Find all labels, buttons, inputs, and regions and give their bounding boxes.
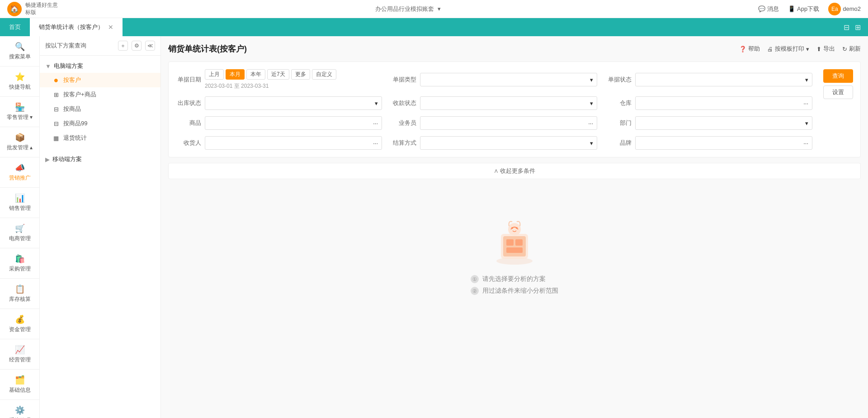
out-status-select[interactable]: ▾ [205,96,382,110]
date-range-display: 2023-03-01 至 2023-03-31 [205,82,269,90]
scheme-item-by-goods[interactable]: ⊟ 按商品 [40,102,160,116]
customer-icon: ● [52,76,60,84]
filter-item-order-status: 单据状态 ▾ [606,73,812,86]
empty-state: ① 请先选择要分析的方案 ② 用过滤条件来缩小分析范围 [168,186,861,322]
date-btn-this-year[interactable]: 本年 [246,69,265,80]
svg-rect-5 [506,247,523,253]
svg-point-6 [508,223,521,236]
right-content: 销货单统计表(按客户) ❓ 帮助 🖨 按模板打印 ▾ ⬆ 导出 [161,36,868,418]
filter-card: 单据日期 上月 本月 本年 近7天 更多 自定义 [168,62,861,157]
settlement-select[interactable]: ▾ [420,136,597,150]
scheme-settings-icon[interactable]: ⚙ [132,41,142,51]
sidebar-item-search[interactable]: 🔍 搜索菜单 [0,36,39,66]
system-icon: ⚙️ [2,405,38,415]
app-download-button[interactable]: 📱 App下载 [788,5,819,13]
maximize-icon[interactable]: ⊞ [855,23,861,32]
sidebar-item-ecommerce[interactable]: 🛒 电商管理 [0,218,39,248]
scheme-item-goods99[interactable]: ⊟ 按商品99 [40,116,160,131]
filter-item-receipt-status: 收款状态 ▾ [391,96,597,110]
date-quick-buttons: 上月 本月 本年 近7天 更多 自定义 [205,69,336,80]
refresh-icon: ↻ [842,46,847,52]
date-btn-custom[interactable]: 自定义 [312,69,336,80]
print-button[interactable]: 🖨 按模板打印 ▾ [767,45,809,53]
sidebar-item-inventory[interactable]: 📋 库存核算 [0,279,39,309]
date-btn-more[interactable]: 更多 [291,69,310,80]
department-select[interactable]: ▾ [635,116,812,130]
sidebar-item-marketing[interactable]: 📣 营销推广 [0,157,39,188]
settings-button[interactable]: 设置 [823,86,853,99]
scheme-add-icon[interactable]: ＋ [118,41,128,51]
date-btn-last-month[interactable]: 上月 [205,69,224,80]
empty-hint-2: ② 用过滤条件来缩小分析范围 [471,287,558,295]
sidebar-item-retail[interactable]: 🏪 零售管理 ▾ [0,97,39,127]
receipt-status-select[interactable]: ▾ [420,96,597,110]
arrow-down-icon: ▼ [45,63,51,70]
sidebar-item-basic-info[interactable]: 🗂️ 基础信息 [0,370,39,400]
filter-item-department: 部门 ▾ [606,116,812,130]
empty-hint-1: ① 请先选择要分析的方案 [471,275,558,283]
sidebar-item-sales[interactable]: 📊 销售管理 [0,188,39,218]
sidebar-item-purchase[interactable]: 🛍️ 采购管理 [0,248,39,279]
page-header: 销货单统计表(按客户) ❓ 帮助 🖨 按模板打印 ▾ ⬆ 导出 [168,43,861,54]
sidebar-item-system[interactable]: ⚙️ 系统管理 [0,400,39,418]
avatar: Ea [828,3,841,15]
svg-point-8 [516,227,518,229]
scheme-header: 按以下方案查询 ＋ ⚙ ≪ [40,36,160,56]
tab-sales-stats[interactable]: 销货单统计表（按客户） ✕ [30,18,123,36]
scheme-item-customer-goods[interactable]: ⊞ 按客户+商品 [40,87,160,102]
user-profile-button[interactable]: Ea demo2 [828,3,861,15]
salesperson-select[interactable]: ··· [420,116,597,130]
receiver-select[interactable]: ··· [205,136,382,150]
export-button[interactable]: ⬆ 导出 [816,45,835,53]
tab-close-icon[interactable]: ✕ [108,24,113,31]
date-btn-this-month[interactable]: 本月 [226,69,245,80]
scheme-collapse-icon[interactable]: ≪ [145,41,155,51]
help-icon: ❓ [739,46,746,52]
filter-item-date: 单据日期 上月 本月 本年 近7天 更多 自定义 [176,69,382,90]
chevron-down-icon-4: ▾ [590,100,593,107]
sidebar-item-quick-nav[interactable]: ⭐ 快捷导航 [0,66,39,97]
minimize-icon[interactable]: ⊟ [844,23,849,32]
brand-dots-icon: ··· [803,140,808,147]
scheme-item-returns[interactable]: ▦ 退货统计 [40,131,160,145]
filter-item-warehouse: 仓库 ··· [606,96,812,110]
scheme-group-pc-title[interactable]: ▼ 电脑端方案 [40,59,160,73]
message-button[interactable]: 💬 消息 [758,5,779,13]
scheme-item-by-customer[interactable]: ● 按客户 [40,73,160,87]
download-icon: 📱 [788,5,795,12]
dept-down-icon: ▾ [805,120,808,127]
order-type-select[interactable]: ▾ [420,73,597,86]
query-button[interactable]: 查询 [823,69,853,83]
page-title: 销货单统计表(按客户) [168,43,247,54]
tab-home[interactable]: 首页 [0,18,30,36]
scheme-group-pc: ▼ 电脑端方案 ● 按客户 ⊞ 按客户+商品 ⊟ 按商品 ⊟ 按商品99 [40,56,160,149]
sidebar-item-finance[interactable]: 💰 资金管理 [0,309,39,339]
header-right: 💬 消息 📱 App下载 Ea demo2 [758,3,861,15]
order-status-select[interactable]: ▾ [635,73,812,86]
sidebar: 🔍 搜索菜单 ⭐ 快捷导航 🏪 零售管理 ▾ 📦 批发管理 ▴ 📣 营销推广 📊… [0,36,40,418]
purchase-icon: 🛍️ [2,254,38,264]
chevron-down-icon: ▾ [590,76,593,83]
dots-icon: ··· [803,100,808,107]
receiver-dots-icon: ··· [373,140,378,147]
scheme-group-mobile-title[interactable]: ▶ 移动端方案 [40,152,160,166]
goods-icon: ⊟ [52,105,60,113]
print-icon: 🖨 [767,46,773,52]
scheme-header-icons: ＋ ⚙ ≪ [118,41,155,51]
help-button[interactable]: ❓ 帮助 [739,45,760,53]
header-industry[interactable]: 办公用品行业模拟账套 ▾ [375,5,441,13]
date-btn-7days[interactable]: 近7天 [267,69,289,80]
svg-rect-3 [506,239,514,246]
refresh-button[interactable]: ↻ 刷新 [842,45,861,53]
goods-select[interactable]: ··· [205,116,382,130]
app-logo-icon: 🏠 [7,2,22,16]
warehouse-select[interactable]: ··· [635,96,812,110]
svg-rect-2 [503,236,526,256]
sidebar-item-operation[interactable]: 📈 经营管理 [0,339,39,370]
inventory-icon: 📋 [2,284,38,294]
arrow-right-icon: ▶ [45,156,50,163]
collapse-bar[interactable]: ∧ 收起更多条件 [168,163,861,179]
sidebar-item-wholesale[interactable]: 📦 批发管理 ▴ [0,127,39,157]
marketing-icon: 📣 [2,163,38,173]
brand-select[interactable]: ··· [635,136,812,150]
